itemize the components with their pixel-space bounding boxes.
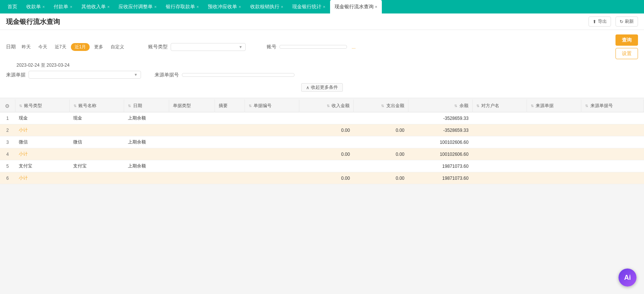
collapse-button[interactable]: ∧ 收起更多条件 xyxy=(301,83,343,92)
th-source-doc[interactable]: ⇅ 来源单据 xyxy=(527,100,581,112)
nav-item-receipt[interactable]: 收款单 × xyxy=(22,0,49,13)
table-cell xyxy=(354,136,408,148)
close-icon-payment[interactable]: × xyxy=(70,4,72,9)
table-cell xyxy=(581,172,644,184)
close-icon-prepay[interactable]: × xyxy=(239,4,241,9)
table-cell xyxy=(354,112,408,124)
th-expense[interactable]: ⇅ 支出金额 xyxy=(354,100,408,112)
close-icon-bank-deposit[interactable]: × xyxy=(197,4,199,9)
table-cell xyxy=(245,136,299,148)
query-button[interactable]: 查询 xyxy=(615,34,638,46)
nav-item-bank-deposit[interactable]: 银行存取款单 × xyxy=(161,0,203,13)
th-date[interactable]: ⇅ 日期 xyxy=(124,100,169,112)
th-source-doc-no[interactable]: ⇅ 来源单据号 xyxy=(581,100,644,112)
th-account-type[interactable]: ⇅ 账号类型 xyxy=(15,100,69,112)
table-cell xyxy=(169,172,215,184)
settings-button[interactable]: 设置 xyxy=(615,48,638,59)
table-cell xyxy=(472,124,527,136)
nav-item-adjustment[interactable]: 应收应付调整单 × xyxy=(114,0,161,13)
sort-arrows-expense: ⇅ xyxy=(381,104,384,108)
date-opt-today[interactable]: 今天 xyxy=(35,43,50,51)
nav-item-verify[interactable]: 收款核销执行 × xyxy=(246,0,288,13)
table-cell: 0.00 xyxy=(354,124,408,136)
data-table: ⚙ ⇅ 账号类型 ⇅ 账号名称 ⇅ 日期 单据类型 摘要 xyxy=(0,100,644,184)
nav-label-home: 首页 xyxy=(8,3,17,10)
table-cell xyxy=(215,124,245,136)
th-account-name[interactable]: ⇅ 账号名称 xyxy=(69,100,124,112)
nav-item-flow[interactable]: 现金银行流水查询 × xyxy=(330,0,382,13)
table-cell xyxy=(472,172,527,184)
col-summary: 摘要 xyxy=(219,103,228,108)
close-icon-verify[interactable]: × xyxy=(281,4,283,9)
account-label: 账号 xyxy=(267,43,276,50)
th-doc-type[interactable]: 单据类型 xyxy=(169,100,215,112)
sort-arrows-counterparty: ⇅ xyxy=(476,104,479,108)
header-actions: ⬆ 导出 ↻ 刷新 xyxy=(588,16,638,27)
table-cell xyxy=(69,148,124,160)
th-income[interactable]: ⇅ 收入金额 xyxy=(299,100,354,112)
table-cell xyxy=(169,148,215,160)
table-cell xyxy=(69,172,124,184)
nav-item-stats[interactable]: 现金银行统计 × xyxy=(288,0,330,13)
nav-item-other-income[interactable]: 其他收入单 × xyxy=(77,0,114,13)
more-dots-button[interactable]: ... xyxy=(350,44,357,50)
source-doc-label: 来源单据 xyxy=(6,72,26,78)
table-cell: 0.00 xyxy=(299,172,354,184)
nav-label-adjustment: 应收应付调整单 xyxy=(119,3,153,10)
table-cell: 19871073.60 xyxy=(408,172,472,184)
table-cell: 3 xyxy=(0,136,15,148)
table-cell: 支付宝 xyxy=(69,160,124,172)
table-cell: 19871073.60 xyxy=(408,160,472,172)
right-actions: 查询 设置 xyxy=(615,34,638,59)
close-icon-flow[interactable]: × xyxy=(375,4,377,9)
close-icon-receipt[interactable]: × xyxy=(42,4,45,9)
table-cell xyxy=(472,136,527,148)
nav-item-home[interactable]: 首页 xyxy=(3,0,22,13)
date-opt-1month[interactable]: 近1月 xyxy=(71,43,90,51)
close-icon-adjustment[interactable]: × xyxy=(154,4,156,9)
table-cell: 现金 xyxy=(15,112,69,124)
th-balance[interactable]: ⇅ 余额 xyxy=(408,100,472,112)
table-cell xyxy=(299,136,354,148)
date-opt-7days[interactable]: 近7天 xyxy=(52,43,69,51)
table-row[interactable]: 3微信微信上期余额100102606.60 xyxy=(0,136,644,148)
collapse-label: 收起更多条件 xyxy=(311,84,338,91)
table-row[interactable]: 6小计0.000.0019871073.60 xyxy=(0,172,644,184)
source-doc-select[interactable]: ▼ xyxy=(29,71,141,79)
table-cell: 支付宝 xyxy=(15,160,69,172)
export-button[interactable]: ⬆ 导出 xyxy=(588,16,611,27)
nav-label-receipt: 收款单 xyxy=(26,3,41,10)
nav-item-prepay[interactable]: 预收冲应收单 × xyxy=(203,0,245,13)
th-summary[interactable]: 摘要 xyxy=(215,100,245,112)
table-cell xyxy=(245,172,299,184)
date-opt-custom[interactable]: 自定义 xyxy=(108,43,127,51)
table-row[interactable]: 4小计0.000.00100102606.60 xyxy=(0,148,644,160)
table-row[interactable]: 1现金现金上期余额-3528659.33 xyxy=(0,112,644,124)
date-opt-yesterday[interactable]: 昨天 xyxy=(19,43,34,51)
table-row[interactable]: 5支付宝支付宝上期余额19871073.60 xyxy=(0,160,644,172)
close-icon-stats[interactable]: × xyxy=(323,4,325,9)
table-cell xyxy=(124,172,169,184)
filter-row-2: 来源单据 ▼ 来源单据号 xyxy=(6,71,638,79)
account-select[interactable] xyxy=(279,45,347,49)
table-cell xyxy=(215,112,245,124)
table-row[interactable]: 2小计0.000.00-3528659.33 xyxy=(0,124,644,136)
nav-item-payment[interactable]: 付款单 × xyxy=(49,0,77,13)
close-icon-other-income[interactable]: × xyxy=(107,4,110,9)
source-doc-no-input[interactable] xyxy=(182,73,294,77)
th-doc-no[interactable]: ⇅ 单据编号 xyxy=(245,100,299,112)
account-type-select[interactable]: ▼ xyxy=(171,43,246,51)
th-gear[interactable]: ⚙ xyxy=(0,100,15,112)
th-counterparty[interactable]: ⇅ 对方户名 xyxy=(472,100,527,112)
collapse-up-icon: ∧ xyxy=(306,85,309,90)
nav-label-prepay: 预收冲应收单 xyxy=(208,3,237,10)
gear-icon[interactable]: ⚙ xyxy=(5,103,10,109)
refresh-button[interactable]: ↻ 刷新 xyxy=(615,16,638,27)
table-cell xyxy=(472,160,527,172)
table-cell xyxy=(299,160,354,172)
date-opt-more[interactable]: 更多 xyxy=(91,43,106,51)
col-source-doc: 来源单据 xyxy=(536,103,554,108)
col-date: 日期 xyxy=(133,103,142,108)
chevron-down-icon: ▼ xyxy=(239,45,242,49)
table-cell xyxy=(354,160,408,172)
